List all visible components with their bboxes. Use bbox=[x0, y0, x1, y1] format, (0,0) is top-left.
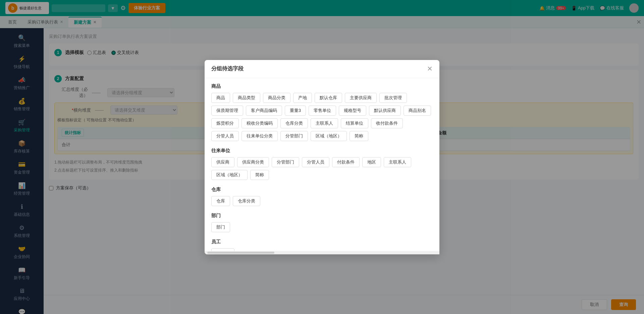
field-tag-person-mgmt[interactable]: 分管人员 bbox=[302, 157, 329, 167]
modal: 分组待选字段 ✕ 商品 商品 商品类型 商品分类 产地 默认仓库 主要供应商 批… bbox=[205, 60, 439, 254]
field-tag-customer-code[interactable]: 客户商品编码 bbox=[246, 106, 282, 116]
field-tag-default-supplier[interactable]: 默认供应商 bbox=[369, 106, 401, 116]
field-tag-retail-unit[interactable]: 零售单位 bbox=[309, 106, 336, 116]
field-tag-payment-condition[interactable]: 付款条件 bbox=[332, 157, 360, 167]
section-dept-title: 部门 bbox=[211, 213, 433, 219]
section-warehouse-tags: 仓库 仓库分类 bbox=[211, 196, 433, 206]
field-tag-payment-terms[interactable]: 收付款条件 bbox=[371, 118, 403, 128]
section-warehouse-title: 仓库 bbox=[211, 187, 433, 193]
field-tag-salesperson[interactable]: 业务员 bbox=[211, 248, 234, 251]
field-tag-goods-type[interactable]: 商品类型 bbox=[233, 93, 260, 103]
section-dept-tags: 部门 bbox=[211, 222, 433, 232]
field-tag-short-name-goods[interactable]: 简称 bbox=[350, 131, 368, 141]
field-tag-warehouse[interactable]: 仓库 bbox=[211, 196, 230, 206]
section-dept: 部门 部门 bbox=[211, 213, 433, 232]
field-tag-region-counterpart[interactable]: 区域（地区） bbox=[211, 170, 248, 180]
section-employee: 员工 业务员 bbox=[211, 239, 433, 251]
field-tag-default-warehouse[interactable]: 默认仓库 bbox=[315, 93, 342, 103]
field-tag-batch-mgmt[interactable]: 批次管理 bbox=[379, 93, 407, 103]
modal-title: 分组待选字段 bbox=[211, 65, 244, 72]
field-tag-division-dept[interactable]: 分管部门 bbox=[280, 131, 308, 141]
field-tag-area[interactable]: 地区 bbox=[362, 157, 381, 167]
field-tag-supplier[interactable]: 供应商 bbox=[211, 157, 234, 167]
field-tag-origin[interactable]: 产地 bbox=[293, 93, 312, 103]
section-counterpart: 往来单位 供应商 供应商分类 分管部门 分管人员 付款条件 地区 主联系人 区域… bbox=[211, 148, 433, 180]
field-tag-dept[interactable]: 部门 bbox=[211, 222, 230, 232]
modal-hscroll-thumb bbox=[207, 252, 274, 254]
field-tag-region-goods[interactable]: 区域（地区） bbox=[311, 131, 347, 141]
section-goods-tags: 商品 商品类型 商品分类 产地 默认仓库 主要供应商 批次管理 保质期管理 客户… bbox=[211, 93, 433, 141]
field-tag-dept-mgmt[interactable]: 分管部门 bbox=[272, 157, 299, 167]
field-tag-warehouse-cat[interactable]: 仓库分类 bbox=[233, 196, 260, 206]
field-tag-weight3[interactable]: 重量3 bbox=[285, 106, 306, 116]
field-tag-contact[interactable]: 主联系人 bbox=[384, 157, 411, 167]
section-goods: 商品 商品 商品类型 商品分类 产地 默认仓库 主要供应商 批次管理 保质期管理… bbox=[211, 83, 433, 141]
section-employee-tags: 业务员 bbox=[211, 248, 433, 251]
field-tag-goods-category[interactable]: 商品分类 bbox=[263, 93, 290, 103]
field-tag-main-contact[interactable]: 主联系人 bbox=[311, 118, 338, 128]
field-tag-settlement-unit[interactable]: 结算单位 bbox=[341, 118, 368, 128]
field-tag-supplier-category[interactable]: 供应商分类 bbox=[237, 157, 269, 167]
modal-horizontal-scrollbar[interactable] bbox=[205, 251, 439, 254]
modal-header: 分组待选字段 ✕ bbox=[205, 60, 439, 78]
modal-body[interactable]: 商品 商品 商品类型 商品分类 产地 默认仓库 主要供应商 批次管理 保质期管理… bbox=[205, 78, 439, 251]
field-tag-expiry-mgmt[interactable]: 保质期管理 bbox=[211, 106, 243, 116]
field-tag-goods-alias[interactable]: 商品别名 bbox=[404, 106, 431, 116]
field-tag-refining-points[interactable]: 炼货积分 bbox=[211, 118, 239, 128]
section-counterpart-tags: 供应商 供应商分类 分管部门 分管人员 付款条件 地区 主联系人 区域（地区） … bbox=[211, 157, 433, 180]
modal-overlay[interactable]: 分组待选字段 ✕ 商品 商品 商品类型 商品分类 产地 默认仓库 主要供应商 批… bbox=[0, 0, 644, 314]
field-tag-counterpart-category[interactable]: 往来单位分类 bbox=[241, 131, 278, 141]
field-tag-short-name-counterpart[interactable]: 简称 bbox=[250, 170, 269, 180]
field-tag-manager[interactable]: 分管人员 bbox=[211, 131, 239, 141]
field-tag-main-supplier[interactable]: 主要供应商 bbox=[345, 93, 377, 103]
field-tag-warehouse-category[interactable]: 仓库分类 bbox=[280, 118, 308, 128]
field-tag-goods[interactable]: 商品 bbox=[211, 93, 230, 103]
section-counterpart-title: 往来单位 bbox=[211, 148, 433, 154]
section-employee-title: 员工 bbox=[211, 239, 433, 245]
field-tag-spec-model[interactable]: 规格型号 bbox=[339, 106, 366, 116]
section-goods-title: 商品 bbox=[211, 83, 433, 89]
section-warehouse: 仓库 仓库 仓库分类 bbox=[211, 187, 433, 206]
modal-close-button[interactable]: ✕ bbox=[427, 65, 433, 72]
field-tag-tax-code[interactable]: 税收分类编码 bbox=[241, 118, 278, 128]
